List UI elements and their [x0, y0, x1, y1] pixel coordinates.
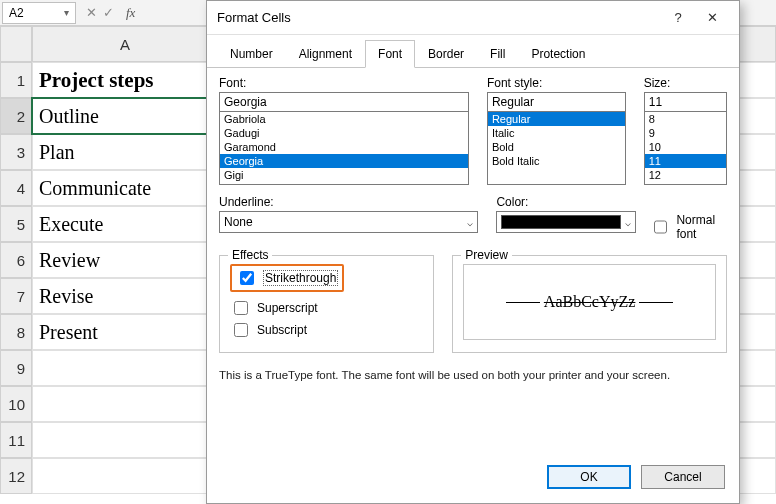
underline-value: None [224, 215, 253, 229]
underline-label: Underline: [219, 195, 478, 209]
close-icon[interactable]: ✕ [695, 10, 729, 25]
cell[interactable] [32, 350, 218, 386]
underline-select[interactable]: None ⌵ [219, 211, 478, 233]
cell[interactable]: Project steps [32, 62, 218, 98]
row-header[interactable]: 11 [0, 422, 32, 458]
list-item[interactable]: 14 [645, 182, 726, 185]
strikethrough-checkbox[interactable]: Strikethrough [236, 268, 338, 288]
normal-font-checkbox[interactable]: Normal font [650, 213, 727, 241]
cell[interactable]: Review [32, 242, 218, 278]
list-item-selected[interactable]: 11 [645, 154, 726, 168]
dialog-title: Format Cells [217, 10, 661, 25]
format-cells-dialog: Format Cells ? ✕ Number Alignment Font B… [206, 0, 740, 504]
row-header[interactable]: 7 [0, 278, 32, 314]
cell[interactable]: Revise [32, 278, 218, 314]
name-box[interactable]: A2 ▾ [2, 2, 76, 24]
tab-font[interactable]: Font [365, 40, 415, 68]
row-header[interactable]: 3 [0, 134, 32, 170]
superscript-label: Superscript [257, 301, 318, 315]
normal-font-checkbox-input[interactable] [654, 220, 667, 234]
row-header[interactable]: 12 [0, 458, 32, 494]
color-select[interactable]: ⌵ [496, 211, 636, 233]
tab-fill[interactable]: Fill [477, 40, 518, 68]
cell[interactable] [32, 458, 218, 494]
row-header[interactable]: 5 [0, 206, 32, 242]
dialog-tabs: Number Alignment Font Border Fill Protec… [207, 35, 739, 68]
list-item[interactable]: 10 [645, 140, 726, 154]
cancel-button[interactable]: Cancel [641, 465, 725, 489]
chevron-down-icon: ⌵ [625, 217, 631, 228]
ok-button[interactable]: OK [547, 465, 631, 489]
corner-select-all[interactable] [0, 26, 32, 62]
subscript-label: Subscript [257, 323, 307, 337]
row-header[interactable]: 9 [0, 350, 32, 386]
list-item[interactable]: 12 [645, 168, 726, 182]
row-header[interactable]: 6 [0, 242, 32, 278]
col-header-a[interactable]: A [32, 26, 218, 62]
preview-group: Preview AaBbCcYyZz [452, 255, 727, 353]
font-input[interactable]: Georgia [219, 92, 469, 112]
row-header[interactable]: 8 [0, 314, 32, 350]
list-item[interactable]: 9 [645, 126, 726, 140]
preview-sample: AaBbCcYyZz [540, 293, 640, 311]
list-item[interactable]: 8 [645, 112, 726, 126]
font-label: Font: [219, 76, 469, 90]
tab-protection[interactable]: Protection [518, 40, 598, 68]
tab-border[interactable]: Border [415, 40, 477, 68]
list-item-selected[interactable]: Regular [488, 112, 625, 126]
tab-number[interactable]: Number [217, 40, 286, 68]
cell[interactable]: Execute [32, 206, 218, 242]
row-header[interactable]: 2 [0, 98, 32, 134]
subscript-checkbox[interactable]: Subscript [230, 320, 423, 340]
cell[interactable]: Communicate [32, 170, 218, 206]
row-header[interactable]: 10 [0, 386, 32, 422]
fontstyle-label: Font style: [487, 76, 626, 90]
cell[interactable] [32, 422, 218, 458]
strikethrough-checkbox-input[interactable] [240, 271, 254, 285]
superscript-checkbox[interactable]: Superscript [230, 298, 423, 318]
preview-legend: Preview [461, 248, 512, 262]
confirm-formula-icon: ✓ [103, 5, 114, 20]
list-item[interactable]: Bold Italic [488, 154, 625, 168]
list-item[interactable]: Bold [488, 140, 625, 154]
preview-rule [506, 302, 540, 303]
normal-font-label: Normal font [676, 213, 727, 241]
size-label: Size: [644, 76, 727, 90]
cell[interactable]: Plan [32, 134, 218, 170]
dialog-titlebar[interactable]: Format Cells ? ✕ [207, 1, 739, 35]
strikethrough-highlight: Strikethrough [230, 264, 344, 292]
list-item[interactable]: Gill Sans MT [220, 182, 468, 185]
preview-box: AaBbCcYyZz [463, 264, 716, 340]
fontstyle-listbox[interactable]: Regular Italic Bold Bold Italic [487, 111, 626, 185]
effects-legend: Effects [228, 248, 272, 262]
help-icon[interactable]: ? [661, 10, 695, 25]
size-listbox[interactable]: 8 9 10 11 12 14 [644, 111, 727, 185]
list-item[interactable]: Gigi [220, 168, 468, 182]
row-header[interactable]: 1 [0, 62, 32, 98]
list-item-selected[interactable]: Georgia [220, 154, 468, 168]
effects-group: Effects Strikethrough Superscript Subscr… [219, 255, 434, 353]
color-label: Color: [496, 195, 636, 209]
size-input[interactable]: 11 [644, 92, 727, 112]
list-item[interactable]: Italic [488, 126, 625, 140]
cell[interactable] [32, 386, 218, 422]
color-swatch [501, 215, 621, 229]
row-header[interactable]: 4 [0, 170, 32, 206]
chevron-down-icon: ⌵ [467, 217, 473, 228]
chevron-down-icon[interactable]: ▾ [64, 7, 69, 18]
preview-rule [639, 302, 673, 303]
fontstyle-input[interactable]: Regular [487, 92, 626, 112]
cell-selected[interactable]: Outline [32, 98, 218, 134]
fx-icon[interactable]: fx [126, 5, 135, 21]
list-item[interactable]: Garamond [220, 140, 468, 154]
list-item[interactable]: Gabriola [220, 112, 468, 126]
subscript-checkbox-input[interactable] [234, 323, 248, 337]
name-box-value: A2 [9, 6, 24, 20]
tab-alignment[interactable]: Alignment [286, 40, 365, 68]
font-listbox[interactable]: Gabriola Gadugi Garamond Georgia Gigi Gi… [219, 111, 469, 185]
cancel-formula-icon: ✕ [86, 5, 97, 20]
superscript-checkbox-input[interactable] [234, 301, 248, 315]
strikethrough-label: Strikethrough [263, 270, 338, 286]
cell[interactable]: Present [32, 314, 218, 350]
list-item[interactable]: Gadugi [220, 126, 468, 140]
